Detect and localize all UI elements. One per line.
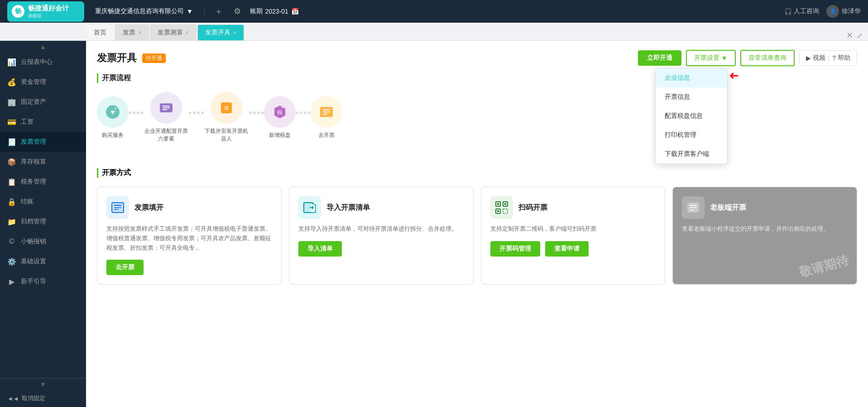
dropdown-item-download-client[interactable]: 下载开票客户端	[656, 145, 727, 164]
dropdown-item-invoice-info[interactable]: 开票信息	[656, 87, 727, 107]
sidebar-item-label: 归档管理	[21, 218, 46, 226]
sidebar-item-payroll[interactable]: 💳 工资	[0, 112, 86, 132]
sidebar-item-settings[interactable]: ⚙️ 基础设置	[0, 252, 86, 271]
svg-text:≡: ≡	[224, 103, 229, 112]
tab-invoice[interactable]: 发票 ×	[115, 24, 149, 40]
separator: |	[828, 54, 830, 62]
close-window-icon[interactable]: ✕	[846, 30, 853, 40]
sidebar-item-label: 结账	[21, 198, 34, 206]
dropdown-item-printer[interactable]: 打印机管理	[656, 126, 727, 145]
company-name: 重庆畅捷交通信息咨询有限公司	[95, 7, 184, 15]
scroll-down-btn[interactable]: ▼	[0, 378, 86, 390]
page-title: 发票开具	[97, 51, 137, 65]
card-1-header: 发票填开	[106, 196, 272, 219]
exception-button[interactable]: 异常清单查询	[740, 50, 795, 66]
card-3-btn[interactable]: 开票码管理	[490, 241, 540, 257]
period-value: 2023-01	[265, 8, 288, 15]
sidebar-item-label: 工资	[21, 118, 34, 126]
step-4-label: 新增税盘	[269, 131, 291, 139]
card-1-icon	[106, 196, 129, 219]
video-button[interactable]: ▶ 视频 | ? 帮助	[799, 50, 857, 66]
sidebar-bottom: ▼ ◄◄ 取消固定	[0, 378, 86, 407]
billing-card-boss: 老板端开票 查看老板端小程序提交的开票申请，并作出相应的处理。 敬请期待	[672, 187, 857, 285]
period-label: 账期	[250, 7, 263, 15]
expand-icon[interactable]: ⤢	[857, 31, 863, 40]
sidebar-item-inventory[interactable]: 📦 库存核算	[0, 152, 86, 172]
close-icon[interactable]: ×	[138, 29, 141, 36]
billing-section-title: 开票方式	[102, 169, 131, 176]
svg-rect-27	[497, 203, 499, 205]
flow-section: 开票流程 ♥ + 购买服务	[86, 73, 868, 168]
guide-icon: ▶	[7, 277, 16, 286]
close-icon[interactable]: ×	[186, 29, 189, 36]
cancel-pin-btn[interactable]: ◄◄ 取消固定	[0, 390, 86, 407]
sidebar-item-label: 发票管理	[21, 138, 46, 146]
avatar: 👤	[826, 5, 839, 18]
play-icon: ▶	[806, 54, 811, 62]
scroll-up-btn[interactable]: ▲	[0, 41, 86, 52]
main-content: 发票开具 待开通 立即开通 开票设置 ▼ 异常清单查询 ▶ 视频 | ? 帮助	[86, 41, 868, 407]
step-5-icon	[311, 96, 342, 128]
activate-button[interactable]: 立即开通	[638, 50, 681, 66]
step-1-label: 购买服务	[102, 131, 124, 139]
card-3-header: 扫码开票	[490, 196, 656, 219]
sidebar-item-reports[interactable]: 📊 云报表中心	[0, 52, 86, 72]
step-4-icon: 税 +	[264, 96, 296, 128]
user-area[interactable]: 👤 徐泽华	[826, 5, 861, 18]
sidebar-item-funds[interactable]: 💰 资金管理	[0, 72, 86, 92]
tab-invoice-calc[interactable]: 发票测算 ×	[150, 24, 197, 40]
headset-icon: 🎧	[784, 8, 792, 15]
step-dots-2	[189, 111, 204, 114]
top-bar: 畅 畅捷通好会计 旗舰版 重庆畅捷交通信息咨询有限公司 ▼ | ＋ ⚙ 账期 2…	[0, 0, 868, 23]
service-btn[interactable]: 🎧 人工咨询	[784, 7, 819, 15]
sidebar-item-assets[interactable]: 🏢 固定资产	[0, 92, 86, 112]
sidebar-item-settlement[interactable]: 🔒 结账	[0, 192, 86, 212]
sidebar-item-archive[interactable]: 📁 归档管理	[0, 212, 86, 232]
company-selector[interactable]: 重庆畅捷交通信息咨询有限公司 ▼	[91, 5, 197, 17]
red-arrow-icon: ➜	[729, 69, 739, 83]
settings-icon[interactable]: ⚙	[232, 5, 243, 18]
flow-steps: ♥ + 购买服务	[97, 92, 857, 143]
billing-card-import: 导入开票清单 支持导入待开票清单，可对待开票清单进行拆分、合并处理。 导入清单	[289, 187, 474, 285]
flow-step-3: ≡ 下载并安装开票机器人	[204, 92, 249, 143]
sidebar-item-label: 小畅报销	[21, 237, 46, 246]
tab-home-label: 首页	[94, 29, 106, 37]
page-header: 发票开具 待开通 立即开通 开票设置 ▼ 异常清单查询 ▶ 视频 | ? 帮助	[86, 41, 868, 73]
sidebar-item-expense[interactable]: © 小畅报销	[0, 232, 86, 252]
logo-area: 畅 畅捷通好会计 旗舰版	[7, 1, 84, 22]
step-dots-1	[129, 111, 144, 114]
sidebar-item-tax[interactable]: 📋 税务管理	[0, 172, 86, 192]
app-subtitle: 旗舰版	[28, 13, 69, 19]
dropdown-item-tax-config[interactable]: 配置税盘信息	[656, 107, 727, 126]
svg-text:税: 税	[277, 109, 283, 116]
card-3-desc: 支持定制开票二维码，客户端可扫码开票	[490, 224, 656, 234]
card-3-btn2[interactable]: 查看申请	[545, 241, 589, 257]
dropdown-item-company[interactable]: 企业信息	[656, 68, 727, 87]
tax-icon: 📋	[7, 177, 16, 186]
close-icon[interactable]: ×	[233, 29, 236, 36]
card-1-btn[interactable]: 去开票	[106, 260, 144, 275]
card-4-desc: 查看老板端小程序提交的开票申请，并作出相应的处理。	[682, 224, 848, 234]
period-area: 账期 2023-01 📅	[250, 7, 299, 15]
card-2-btn[interactable]: 导入清单	[298, 241, 342, 257]
tab-invoice-issue[interactable]: 发票开具 ×	[197, 24, 244, 40]
flow-step-4: 税 + 新增税盘	[264, 96, 296, 139]
sidebar-item-guide[interactable]: ▶ 新手引导	[0, 271, 86, 291]
payroll-icon: 💳	[7, 117, 16, 126]
svg-rect-29	[497, 210, 499, 212]
header-actions: 立即开通 开票设置 ▼ 异常清单查询 ▶ 视频 | ? 帮助	[638, 50, 857, 66]
billing-section: 开票方式	[86, 168, 868, 296]
calendar-icon[interactable]: 📅	[291, 8, 299, 15]
tab-home[interactable]: 首页	[86, 24, 114, 40]
sidebar-item-label: 基础设置	[21, 257, 46, 266]
card-2-title: 导入开票清单	[326, 203, 370, 213]
add-icon[interactable]: ＋	[213, 4, 225, 19]
divider: |	[204, 8, 206, 15]
reports-icon: 📊	[7, 58, 16, 67]
overlay-text: 敬请期待	[797, 252, 851, 282]
settings-button[interactable]: 开票设置 ▼	[686, 50, 736, 66]
sidebar-item-invoice[interactable]: 🧾 发票管理	[0, 132, 86, 152]
billing-card-scan: 扫码开票 支持定制开票二维码，客户端可扫码开票 开票码管理 查看申请	[481, 187, 666, 285]
flow-step-5: 去开票	[311, 96, 342, 139]
card-3-title: 扫码开票	[518, 203, 547, 213]
